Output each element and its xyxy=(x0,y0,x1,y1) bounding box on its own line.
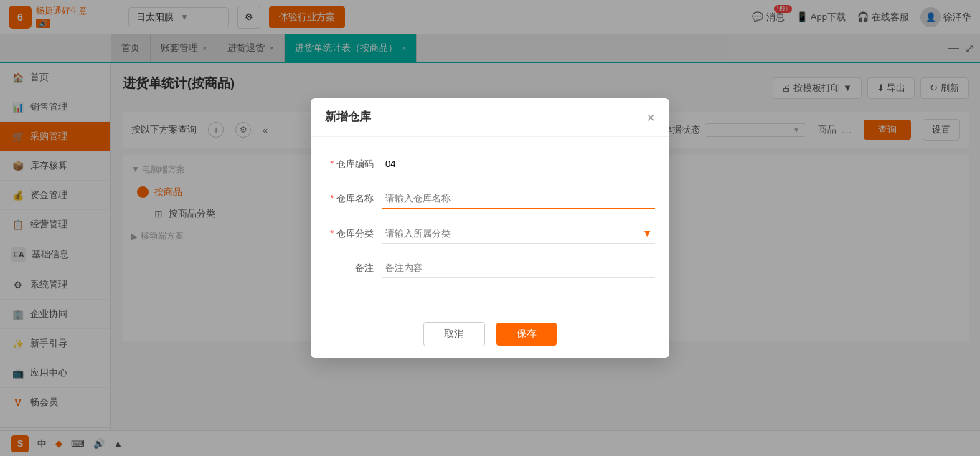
category-select[interactable]: ▼ xyxy=(382,223,655,244)
form-row-note: 备注 xyxy=(325,258,655,278)
category-label: 仓库分类 xyxy=(325,227,382,240)
form-row-category: 仓库分类 ▼ xyxy=(325,223,655,244)
category-input[interactable] xyxy=(385,228,642,239)
modal-close-button[interactable]: × xyxy=(646,110,655,125)
modal-footer: 取消 保存 xyxy=(311,310,669,358)
chevron-down-icon: ▼ xyxy=(642,227,652,239)
name-input[interactable] xyxy=(382,189,655,209)
modal-body: 仓库编码 仓库名称 仓库分类 ▼ 备注 xyxy=(311,137,669,310)
note-input[interactable] xyxy=(382,258,655,278)
modal-title: 新增仓库 xyxy=(325,110,371,125)
name-label: 仓库名称 xyxy=(325,192,382,205)
modal-add-warehouse: 新增仓库 × 仓库编码 仓库名称 仓库分类 ▼ xyxy=(311,98,669,358)
code-label: 仓库编码 xyxy=(325,158,382,171)
save-button[interactable]: 保存 xyxy=(496,323,557,346)
form-row-name: 仓库名称 xyxy=(325,189,655,209)
note-label: 备注 xyxy=(325,262,382,275)
form-row-code: 仓库编码 xyxy=(325,154,655,174)
code-input[interactable] xyxy=(382,154,655,174)
cancel-button[interactable]: 取消 xyxy=(423,322,485,346)
modal-overlay: 新增仓库 × 仓库编码 仓库名称 仓库分类 ▼ xyxy=(0,0,980,456)
modal-header: 新增仓库 × xyxy=(311,98,669,137)
